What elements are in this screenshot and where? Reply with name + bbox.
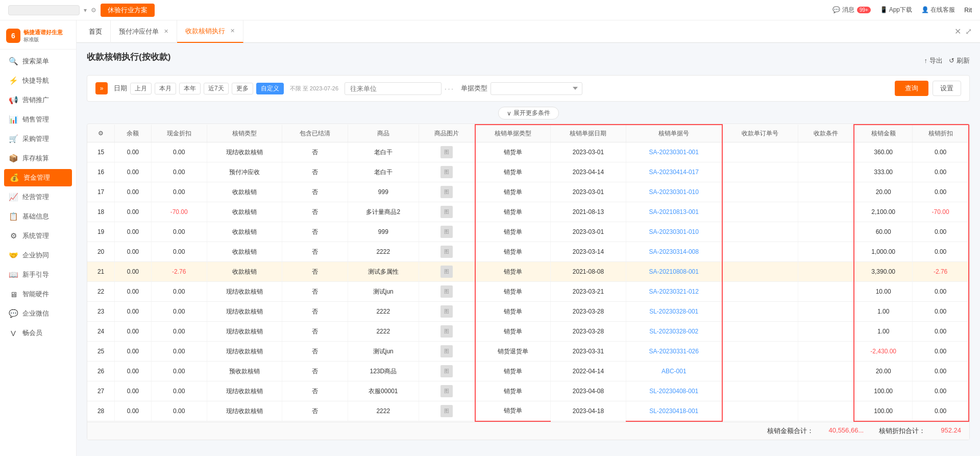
counterparty-more-dots[interactable]: ··· xyxy=(445,85,455,92)
sidebar-item-basic[interactable]: 📋 基础信息 xyxy=(0,207,76,226)
export-icon: ↑ xyxy=(924,57,928,64)
gear-icon[interactable]: ⚙ xyxy=(91,7,96,14)
sidebar-item-operations[interactable]: 📈 经营管理 xyxy=(0,187,76,207)
system-icon: ⚙ xyxy=(8,231,18,241)
maximize-window-btn[interactable]: ⤢ xyxy=(965,27,972,36)
bill-no-link[interactable]: ABC-001 xyxy=(662,368,687,375)
cell-include-settled: 否 xyxy=(282,202,348,222)
sidebar-item-system[interactable]: ⚙ 系统管理 xyxy=(0,226,76,246)
tab-prepay-label: 预付冲应付单 xyxy=(119,27,159,36)
tab-home[interactable]: 首页 xyxy=(81,20,111,43)
sidebar-item-collab[interactable]: 🤝 企业协同 xyxy=(0,246,76,265)
bill-no-link[interactable]: SA-20210813-001 xyxy=(649,208,699,215)
bill-no-link[interactable]: SA-20230301-010 xyxy=(649,188,699,196)
cell-bill-type: 销货退货单 xyxy=(475,342,551,362)
cell-receipt-order-no xyxy=(722,282,798,302)
cell-bill-date: 2021-08-08 xyxy=(551,262,626,282)
cell-cash-discount: 0.00 xyxy=(151,342,207,362)
cell-goods-img: 图 xyxy=(419,302,475,322)
message-link[interactable]: 💬 消息 99+ xyxy=(832,6,871,14)
collab-icon: 🤝 xyxy=(8,251,18,260)
tab-prepay-close[interactable]: ✕ xyxy=(164,28,168,35)
date-last-month-btn[interactable]: 上月 xyxy=(130,83,152,94)
bill-no-link[interactable]: SL-20230328-001 xyxy=(649,308,698,315)
col-header-bill-no: 核销单据号 xyxy=(626,125,722,142)
col-header-balance: 余额 xyxy=(115,125,151,142)
bill-no-link[interactable]: SA-20230331-026 xyxy=(649,348,699,355)
table-row: 17 0.00 0.00 收款核销 否 999 图 销货单 2023-03-01… xyxy=(87,182,969,202)
counterparty-input[interactable] xyxy=(345,82,442,95)
industry-btn[interactable]: 休验行业方案 xyxy=(101,4,155,17)
sidebar-item-search[interactable]: 🔍 搜索菜单 xyxy=(0,52,76,71)
query-btn[interactable]: 查询 xyxy=(895,81,928,96)
sidebar-item-sales[interactable]: 📊 销售管理 xyxy=(0,110,76,129)
bill-no-link[interactable]: SA-20230301-001 xyxy=(649,149,699,156)
bill-type-select[interactable] xyxy=(491,82,582,95)
bill-no-link[interactable]: SL-20230418-001 xyxy=(649,407,698,415)
cell-cash-discount: 0.00 xyxy=(151,182,207,202)
search-input[interactable] xyxy=(8,5,80,15)
sidebar-item-purchase[interactable]: 🛒 采购管理 xyxy=(0,129,76,149)
cell-bill-type: 销货单 xyxy=(475,282,551,302)
cell-include-settled: 否 xyxy=(282,222,348,242)
toolbar-expand-btn[interactable]: » xyxy=(95,82,108,94)
bill-no-link[interactable]: SA-20230321-012 xyxy=(649,288,699,295)
cell-cancel-type: 现结收款核销 xyxy=(207,142,282,162)
tab-receipt[interactable]: 收款核销执行 ✕ xyxy=(177,20,243,43)
cell-cash-discount: 0.00 xyxy=(151,282,207,302)
date-7days-btn[interactable]: 近7天 xyxy=(204,83,229,94)
date-this-year-btn[interactable]: 本年 xyxy=(179,83,201,94)
cell-receipt-order-no xyxy=(722,242,798,262)
col-header-bill-type: 核销单据类型 xyxy=(475,125,551,142)
page-content: 收款核销执行(按收款) ↑ 导出 ↺ 刷新 » 日期 上月 xyxy=(77,43,980,456)
cell-id: 25 xyxy=(87,342,115,362)
cell-cancel-type: 现结收款核销 xyxy=(207,342,282,362)
date-custom-btn[interactable]: 自定义 xyxy=(256,83,284,94)
wechat-icon: 💬 xyxy=(8,309,18,318)
date-more-btn[interactable]: 更多 xyxy=(232,83,253,94)
bill-no-link[interactable]: SA-20230414-017 xyxy=(649,169,699,176)
sidebar-label-quick: 快捷导航 xyxy=(22,76,49,85)
dropdown-icon[interactable]: ▾ xyxy=(84,7,87,14)
sidebar-item-hardware[interactable]: 🖥 智能硬件 xyxy=(0,284,76,304)
bill-no-link[interactable]: SA-20230314-008 xyxy=(649,248,699,255)
sidebar-item-finance[interactable]: 💰 资金管理 xyxy=(4,169,72,186)
cell-cancel-amount: 1.00 xyxy=(854,302,913,322)
cell-include-settled: 否 xyxy=(282,322,348,342)
bill-no-link[interactable]: SA-20210808-001 xyxy=(649,268,699,275)
table-header-row: ⚙ 余额 现金折扣 核销类型 包含已结清 商品 商品图片 核销单据类型 核销单据… xyxy=(87,125,969,142)
data-table: ⚙ 余额 现金折扣 核销类型 包含已结清 商品 商品图片 核销单据类型 核销单据… xyxy=(87,124,969,422)
sidebar-item-marketing[interactable]: 📢 营销推广 xyxy=(0,90,76,110)
refresh-icon: ↺ xyxy=(949,57,954,64)
top-bar-left: ▾ ⚙ 休验行业方案 xyxy=(8,4,155,17)
tab-receipt-close[interactable]: ✕ xyxy=(230,28,235,34)
sidebar-item-wechat[interactable]: 💬 企业微信 xyxy=(0,304,76,323)
sidebar-item-inventory[interactable]: 📦 库存核算 xyxy=(0,149,76,168)
bill-no-link[interactable]: SL-20230408-001 xyxy=(649,388,698,395)
cell-cancel-amount: 20.00 xyxy=(854,362,913,381)
close-window-btn[interactable]: ✕ xyxy=(954,27,961,36)
expand-more-btn[interactable]: ∨ 展开更多条件 xyxy=(498,107,559,119)
sidebar-item-quick[interactable]: ⚡ 快捷导航 xyxy=(0,71,76,90)
sidebar-label-purchase: 采购管理 xyxy=(22,134,49,143)
setting-btn[interactable]: 设置 xyxy=(933,81,961,96)
refresh-btn[interactable]: ↺ 刷新 xyxy=(949,56,970,65)
cell-cash-discount: 0.00 xyxy=(151,362,207,381)
basic-icon: 📋 xyxy=(8,212,18,221)
cell-cancel-type: 预付冲应收 xyxy=(207,162,282,182)
sidebar-item-guide[interactable]: 📖 新手引导 xyxy=(0,265,76,284)
date-this-month-btn[interactable]: 本月 xyxy=(155,83,176,94)
sidebar-item-member[interactable]: V 畅会员 xyxy=(0,323,76,343)
cell-bill-date: 2023-03-28 xyxy=(551,322,626,342)
bill-no-link[interactable]: SL-20230328-002 xyxy=(649,328,698,335)
app-download-link[interactable]: 📱 App下载 xyxy=(880,6,912,14)
export-btn[interactable]: ↑ 导出 xyxy=(924,56,943,65)
online-service-link[interactable]: 👤 在线客服 xyxy=(921,6,955,14)
tab-prepay[interactable]: 预付冲应付单 ✕ xyxy=(111,20,177,43)
bill-no-link[interactable]: SA-20230301-010 xyxy=(649,228,699,235)
chevron-down-icon: ∨ xyxy=(507,110,511,117)
cell-cash-discount: 0.00 xyxy=(151,302,207,322)
col-header-gear[interactable]: ⚙ xyxy=(87,125,115,142)
cell-cash-discount: 0.00 xyxy=(151,242,207,262)
cell-cash-discount: 0.00 xyxy=(151,162,207,182)
